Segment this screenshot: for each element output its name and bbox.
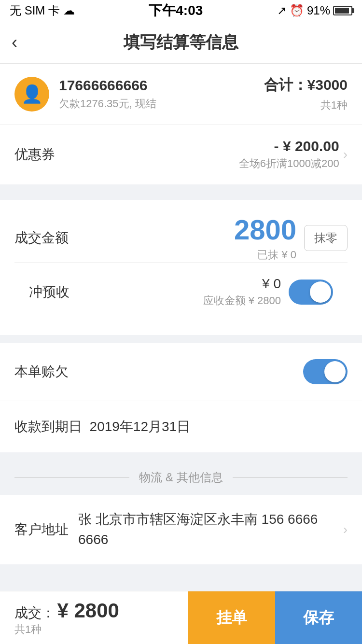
prepaid-value: ¥ 0 <box>203 276 281 292</box>
customer-info: 17666666666 欠款1276.35元, 现结 <box>59 77 264 111</box>
address-row[interactable]: 客户地址 张 北京市市辖区海淀区永丰南 156 6666 6666 › <box>0 495 362 564</box>
total-label: 合计： <box>264 77 307 93</box>
chevron-right-icon: › <box>343 147 348 162</box>
location-icon: ↗ <box>277 4 287 17</box>
debit-toggle[interactable] <box>303 359 348 384</box>
hang-button[interactable]: 挂单 <box>188 591 275 644</box>
separator-2 <box>0 335 362 343</box>
total-value: ¥3000 <box>307 77 348 93</box>
coupon-row[interactable]: 优惠券 - ¥ 200.00 全场6折满1000减200 › <box>0 125 362 184</box>
bottom-summary: 成交： ¥ 2800 共1种 <box>0 599 188 637</box>
bottom-deal-label: 成交： <box>14 605 55 620</box>
status-right: ↗ ⏰ 91% <box>277 4 352 17</box>
nav-bar: ‹ 填写结算等信息 <box>0 21 362 64</box>
address-chevron-icon: › <box>343 522 348 537</box>
duedate-value: 2019年12月31日 <box>90 419 191 434</box>
prepaid-label: 冲预收 <box>29 283 70 301</box>
deal-label: 成交金额 <box>14 229 69 247</box>
user-icon: 👤 <box>21 84 43 104</box>
coupon-detail: 全场6折满1000减200 <box>239 156 339 171</box>
avatar: 👤 <box>14 77 49 112</box>
deal-right: 2800 已抹 ¥ 0 抹零 <box>234 213 348 262</box>
alarm-icon: ⏰ <box>290 4 304 17</box>
debit-row: 本单赊欠 <box>0 343 362 401</box>
signal-text: 无 SIM 卡 ☁ <box>10 3 75 18</box>
coupon-value: - ¥ 200.00 <box>239 138 339 154</box>
separator-1 <box>0 192 362 200</box>
address-value: 张 北京市市辖区海淀区永丰南 156 6666 6666 <box>78 509 343 550</box>
debit-toggle-knob <box>324 361 346 382</box>
battery-percent: 91% <box>307 4 330 17</box>
divider-line-left <box>14 477 129 478</box>
prepaid-receivable: 应收金额 ¥ 2800 <box>203 294 281 308</box>
coupon-right: - ¥ 200.00 全场6折满1000减200 › <box>239 138 348 171</box>
status-bar: 无 SIM 卡 ☁ 下午4:03 ↗ ⏰ 91% <box>0 0 362 21</box>
bottom-count: 共1种 <box>14 622 174 637</box>
debit-label: 本单赊欠 <box>14 363 69 381</box>
duedate-row: 收款到期日 2019年12月31日 <box>0 401 362 452</box>
customer-row: 👤 17666666666 欠款1276.35元, 现结 合计：¥3000 共1… <box>0 64 362 125</box>
prepaid-amount-block: ¥ 0 应收金额 ¥ 2800 <box>203 276 281 308</box>
deal-amount: 2800 <box>234 213 296 246</box>
duedate-label: 收款到期日 2019年12月31日 <box>14 419 190 434</box>
logistics-divider: 物流 & 其他信息 <box>0 460 362 495</box>
address-label: 客户地址 <box>14 520 69 539</box>
deal-amount-block: 2800 已抹 ¥ 0 <box>234 213 296 262</box>
customer-debt: 欠款1276.35元, 现结 <box>59 97 264 111</box>
prepaid-toggle[interactable] <box>289 280 333 305</box>
customer-section: 👤 17666666666 欠款1276.35元, 现结 合计：¥3000 共1… <box>0 64 362 184</box>
save-button[interactable]: 保存 <box>275 591 362 644</box>
toggle-knob <box>310 281 331 303</box>
divider-line-right <box>233 477 348 478</box>
coupon-label: 优惠券 <box>14 145 55 164</box>
total-amount: 合计：¥3000 <box>264 75 348 95</box>
customer-total: 合计：¥3000 共1种 <box>264 75 348 112</box>
status-time: 下午4:03 <box>149 1 203 20</box>
page-title: 填写结算等信息 <box>124 31 238 54</box>
customer-phone: 17666666666 <box>59 77 264 94</box>
bottom-deal-line: 成交： ¥ 2800 <box>14 599 174 622</box>
prepaid-row: 冲预收 ¥ 0 应收金额 ¥ 2800 <box>14 262 348 322</box>
deal-row: 成交金额 2800 已抹 ¥ 0 抹零 <box>14 213 348 262</box>
bottom-bar: 成交： ¥ 2800 共1种 挂单 保存 <box>0 591 362 644</box>
back-button[interactable]: ‹ <box>12 32 17 53</box>
bottom-amount: ¥ 2800 <box>57 599 119 622</box>
total-count: 共1种 <box>264 98 348 112</box>
deal-section: 成交金额 2800 已抹 ¥ 0 抹零 冲预收 ¥ 0 应收金额 ¥ 2800 <box>0 200 362 335</box>
round-button[interactable]: 抹零 <box>304 225 348 251</box>
deal-erased: 已抹 ¥ 0 <box>234 248 296 262</box>
prepaid-right: ¥ 0 应收金额 ¥ 2800 <box>203 276 333 308</box>
coupon-value-block: - ¥ 200.00 全场6折满1000减200 <box>239 138 339 171</box>
logistics-label: 物流 & 其他信息 <box>129 470 232 485</box>
status-left: 无 SIM 卡 ☁ <box>10 3 75 18</box>
battery-icon <box>333 6 352 15</box>
